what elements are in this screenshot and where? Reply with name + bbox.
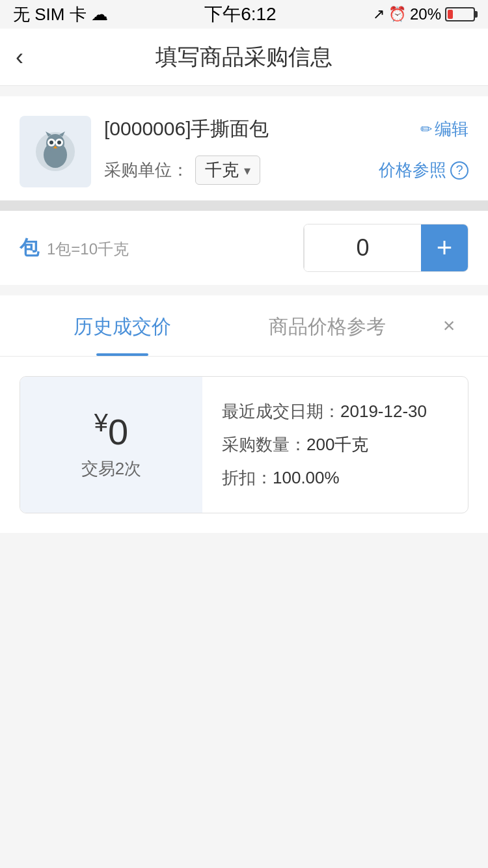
location-icon: ↗ [373,6,385,23]
page-header: ‹ 填写商品采购信息 [0,29,488,86]
detail-row-qty: 采购数量：200千克 [222,433,448,456]
trade-count: 交易2次 [81,457,141,480]
unit-row: 采购单位： 千克 ▾ 价格参照 ? [104,156,468,185]
detail-discount-value: 100.00% [273,468,340,487]
unit-label: 采购单位： [104,159,189,182]
unit-dropdown-arrow: ▾ [244,163,251,178]
quantity-unit-main: 包 [20,235,39,262]
quantity-section: 包 1包=10千克 + [0,211,488,285]
tab-price-ref[interactable]: 商品价格参考 [224,295,429,356]
status-time: 下午6:12 [204,2,277,27]
card-detail-section: 最近成交日期：2019-12-30 采购数量：200千克 折扣：100.00% [202,377,468,513]
svg-point-5 [49,141,53,144]
product-name-row: [0000006]手撕面包 ✏ 编辑 [104,116,468,142]
product-info: [0000006]手撕面包 ✏ 编辑 采购单位： 千克 ▾ 价格参照 ? [104,116,468,185]
edit-icon: ✏ [420,121,432,138]
status-bar: 无 SIM 卡 ☁ 下午6:12 ↗ ⏰ 20% [0,0,488,29]
quantity-plus-button[interactable]: + [421,224,468,271]
battery-pct: 20% [410,5,441,23]
detail-row-discount: 折扣：100.00% [222,467,448,489]
unit-value: 千克 [205,159,239,182]
product-id: [0000006] [104,118,191,139]
card-price: ¥0 [94,409,128,453]
unit-select[interactable]: 千克 ▾ [195,156,260,185]
price-ref-button[interactable]: 价格参照 ? [379,159,468,182]
sim-label: 无 SIM 卡 ☁ [13,3,108,26]
detail-date-value: 2019-12-30 [340,401,427,421]
detail-qty-value: 200千克 [306,435,368,454]
tabs-header: 历史成交价 商品价格参考 × [0,295,488,357]
product-name: [0000006]手撕面包 [104,116,269,142]
history-card: ¥0 交易2次 最近成交日期：2019-12-30 采购数量：200千克 折扣：… [20,376,468,513]
page-title: 填写商品采购信息 [156,42,332,72]
quantity-control: + [303,224,468,272]
tab-close-button[interactable]: × [429,306,468,346]
edit-label: 编辑 [435,118,468,141]
price-value: 0 [108,411,128,452]
quantity-unit-sub: 1包=10千克 [47,239,129,260]
edit-button[interactable]: ✏ 编辑 [420,118,468,141]
tab-active-indicator [96,353,148,356]
clock-icon: ⏰ [388,6,406,23]
currency-symbol: ¥ [94,409,108,437]
detail-qty-label: 采购数量： [222,435,306,454]
tab-history-label: 历史成交价 [74,316,171,337]
battery-fill [448,10,453,19]
detail-row-date: 最近成交日期：2019-12-30 [222,400,448,423]
card-price-section: ¥0 交易2次 [20,377,202,513]
product-title: 手撕面包 [191,118,269,139]
price-ref-label: 价格参照 [379,159,446,182]
status-right: ↗ ⏰ 20% [373,5,475,23]
quantity-unit-info: 包 1包=10千克 [20,235,129,262]
quantity-input[interactable] [304,224,421,271]
price-ref-info-icon: ? [450,161,468,180]
detail-discount-label: 折扣： [222,468,273,487]
tab-price-ref-label: 商品价格参考 [269,316,386,337]
tabs-section: 历史成交价 商品价格参考 × ¥0 交易2次 最近成交日期：2019-12-30… [0,295,488,533]
tab-content-history: ¥0 交易2次 最近成交日期：2019-12-30 采购数量：200千克 折扣：… [0,357,488,533]
product-row: [0000006]手撕面包 ✏ 编辑 采购单位： 千克 ▾ 价格参照 ? [20,116,468,187]
tab-history-price[interactable]: 历史成交价 [20,295,224,356]
battery-indicator [445,7,475,21]
product-section: [0000006]手撕面包 ✏ 编辑 采购单位： 千克 ▾ 价格参照 ? [0,96,488,200]
back-button[interactable]: ‹ [16,44,23,71]
section-divider [0,200,488,211]
svg-point-6 [57,141,61,144]
detail-date-label: 最近成交日期： [222,401,340,421]
product-thumb-icon [33,129,78,174]
product-thumbnail [20,116,91,187]
page-bottom [0,533,488,868]
status-left: 无 SIM 卡 ☁ [13,3,108,26]
